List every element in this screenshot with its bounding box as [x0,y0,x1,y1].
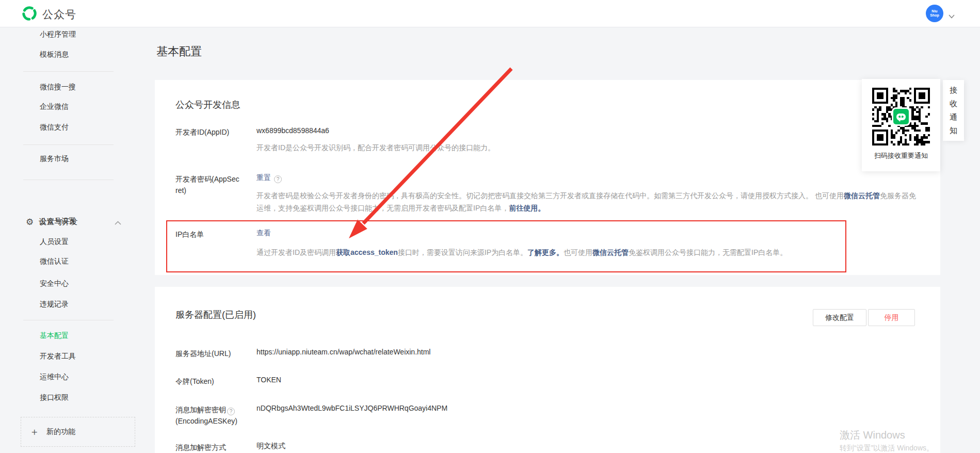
avatar-text-line2: Shop [930,13,939,18]
sidebar-item-miniprogram[interactable]: 小程序管理 [40,30,76,39]
server-url-value: https://uniapp.niuteam.cn/wap/wchat/rela… [256,348,430,356]
help-icon[interactable]: ? [274,175,282,183]
notification-qr-panel: 扫码接收重要通知 [862,79,940,171]
gear-icon: ⚙ [26,217,34,227]
help-icon[interactable]: ? [227,408,235,415]
dev-info-card: 公众号开发信息 开发者ID(AppID) wx6899bcd8598844a6 … [155,80,940,275]
sidebar-divider [23,71,114,72]
sidebar-item-verification[interactable]: 微信认证 [40,257,69,266]
appsecret-desc1-text: 开发者密码是校验公众号开发者身份的密码，具有极高的安全性。切记勿把密码直接交给第… [256,191,844,200]
sidebar-item-security-center[interactable]: 安全中心 [40,279,69,288]
server-url-label: 服务器地址(URL) [175,348,256,359]
modify-config-button[interactable]: 修改配置 [813,309,866,326]
chevron-up-icon [115,218,121,226]
sidebar-item-template-msg[interactable]: 模板消息 [40,50,69,59]
brand-logo[interactable]: 公众号 [22,6,76,23]
appsecret-label: 开发者密码(AppSec ret) [175,173,256,196]
encrypt-mode-value: 明文模式 [256,442,285,451]
sidebar-item-staff-settings[interactable]: 人员设置 [40,237,69,247]
disable-button[interactable]: 停用 [868,309,915,326]
sidebar-item-service-market[interactable]: 服务市场 [40,154,69,164]
sidebar-item-ops-center[interactable]: 运维中心 [40,373,69,382]
new-feature-button[interactable]: ＋ 新的功能 [21,417,135,447]
token-value: TOKEN [256,376,281,384]
appsecret-desc1-tail: 免服务器免 [880,191,916,200]
sidebar-item-basic-config[interactable]: 基本配置 [40,331,69,341]
receive-notification-label: 接收通知 [950,84,958,137]
appid-label: 开发者ID(AppID) [175,126,256,138]
qr-code [872,88,930,145]
sidebar-item-wework[interactable]: 企业微信 [40,102,69,111]
server-config-section-title: 服务器配置(已启用) [175,309,256,321]
wechat-mp-logo-icon [22,6,37,23]
sidebar-divider [23,320,114,320]
sidebar-item-search[interactable]: 微信搜一搜 [40,83,76,92]
appsecret-label-line2: ret) [175,185,256,196]
sidebar-item-dev-tools[interactable]: 开发者工具 [40,352,76,361]
sidebar-item-account-settings[interactable]: 公众号设置 [40,217,76,226]
wechat-icon [892,107,910,126]
appid-desc: 开发者ID是公众号开发识别码，配合开发者密码可调用公众号的接口能力。 [256,142,495,153]
cloud-hosting-link[interactable]: 微信云托管 [844,191,880,200]
dev-info-section-title: 公众号开发信息 [175,99,240,111]
receive-notification-tab[interactable]: 接收通知 [943,80,964,141]
plus-icon: ＋ [29,425,39,439]
encrypt-mode-label: 消息加解密方式 [175,442,256,453]
sidebar-item-violation-record[interactable]: 违规记录 [40,300,69,309]
page-title: 基本配置 [156,44,202,59]
new-feature-label: 新的功能 [46,427,75,436]
appsecret-desc2-text: 运维，支持免鉴权调用公众号接口能力，无需启用开发者密码及配置IP白名单， [256,204,509,212]
account-avatar[interactable]: Niu Shop [926,5,943,22]
appid-value: wx6899bcd8598844a6 [256,126,329,135]
aeskey-label-line2: (EncodingAESKey) [175,415,271,427]
wechat-mp-admin: 公众号 Niu Shop 小程序管理 模板消息 微信搜一搜 企业微信 微信支付 … [0,0,980,453]
appsecret-desc-line1: 开发者密码是校验公众号开发者身份的密码，具有极高的安全性。切记勿把密码直接交给第… [256,190,916,201]
appsecret-desc-line2: 运维，支持免鉴权调用公众号接口能力，无需启用开发者密码及配置IP白名单，前往使用… [256,203,545,213]
token-label: 令牌(Token) [175,376,256,387]
appsecret-actions: 重置? [256,173,282,183]
reset-appsecret-link[interactable]: 重置 [256,173,271,182]
sidebar-divider [23,180,114,180]
go-use-link[interactable]: 前往使用。 [509,204,545,212]
logo-text: 公众号 [42,7,76,22]
aeskey-label-text: 消息加解密密钥 [175,406,226,414]
aeskey-value: nDQRbgsAh3WtedL9wbFC1iLSYJQ6PRWHRqGoayi4… [256,404,447,412]
sidebar: 小程序管理 模板消息 微信搜一搜 企业微信 微信支付 服务市场 ⚙ 设置与开发 … [0,27,155,453]
avatar-text-line1: Niu [931,9,937,13]
sidebar-item-wepay[interactable]: 微信支付 [40,123,69,132]
sidebar-divider [23,144,114,145]
server-config-card: 服务器配置(已启用) 修改配置 停用 服务器地址(URL) https://un… [155,287,940,453]
top-header: 公众号 Niu Shop [0,0,980,27]
ip-whitelist-highlight-box [166,220,846,272]
appsecret-label-line1: 开发者密码(AppSec [175,173,256,185]
qr-caption: 扫码接收重要通知 [862,151,940,160]
sidebar-item-api-permission[interactable]: 接口权限 [40,393,69,402]
chevron-down-icon[interactable] [949,11,955,21]
